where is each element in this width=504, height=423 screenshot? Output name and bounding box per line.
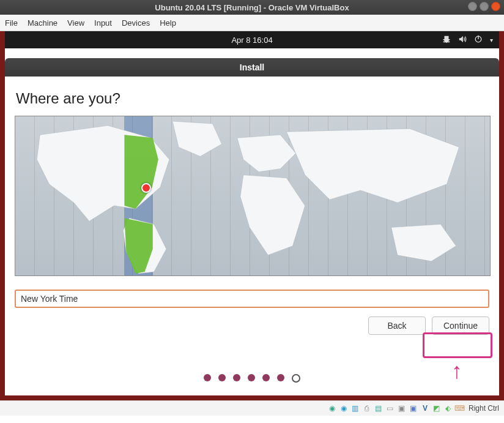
disc-icon[interactable]: ◉	[339, 403, 349, 413]
vbox-menubar: File Machine View Input Devices Help	[0, 15, 504, 31]
hdd-icon[interactable]: ◉	[327, 403, 337, 413]
mouse-icon[interactable]: ⬖	[443, 403, 453, 413]
vm-display: Apr 8 16:04 ▾ Install Where are you?	[0, 31, 504, 400]
svg-rect-0	[443, 41, 450, 42]
progress-dot	[233, 374, 240, 381]
gnome-topbar: Apr 8 16:04 ▾	[5, 31, 499, 48]
annotation-highlight-box	[423, 332, 492, 358]
usb-icon[interactable]: ⎙	[362, 403, 372, 413]
back-button[interactable]: Back	[368, 316, 426, 335]
location-pin-icon	[141, 183, 151, 193]
progress-dot	[277, 374, 284, 381]
menu-file[interactable]: File	[5, 18, 18, 28]
installer-title: Install	[240, 62, 264, 72]
progress-dot	[204, 374, 211, 381]
menu-machine[interactable]: Machine	[28, 18, 57, 28]
network-status-icon[interactable]: ▥	[350, 403, 360, 413]
button-row: Back Continue	[15, 316, 489, 335]
continue-button[interactable]: Continue	[432, 316, 489, 335]
shared-folder-icon[interactable]: ▤	[374, 403, 384, 413]
volume-icon[interactable]	[458, 35, 467, 45]
menu-help[interactable]: Help	[160, 18, 176, 28]
svg-rect-2	[478, 35, 478, 39]
host-key-label: Right Ctrl	[469, 404, 499, 413]
gnome-status-area[interactable]: ▾	[442, 31, 493, 48]
display-icon[interactable]: ▭	[385, 403, 395, 413]
vbox-icon[interactable]: V	[420, 403, 430, 413]
menu-devices[interactable]: Devices	[122, 18, 150, 28]
progress-dots	[15, 374, 489, 383]
vbox-statusbar: ◉ ◉ ▥ ⎙ ▤ ▭ ▣ ▣ V ◩ ⬖ ⌨ Right Ctrl	[0, 400, 504, 416]
timezone-input[interactable]	[15, 290, 489, 308]
window-title: Ubuntu 20.04 LTS [Running] - Oracle VM V…	[155, 3, 349, 12]
menu-view[interactable]: View	[67, 18, 84, 28]
statusbar-icons: ◉ ◉ ▥ ⎙ ▤ ▭ ▣ ▣ V ◩ ⬖ ⌨	[327, 403, 465, 413]
timezone-map[interactable]	[15, 116, 491, 276]
installer-body: Where are you?	[5, 77, 499, 389]
clock-label: Apr 8 16:04	[231, 36, 272, 45]
power-icon[interactable]	[474, 35, 483, 45]
page-heading: Where are you?	[16, 90, 489, 107]
recording-icon[interactable]: ▣	[397, 403, 407, 413]
vbox-titlebar: Ubuntu 20.04 LTS [Running] - Oracle VM V…	[0, 0, 504, 15]
timezone-input-wrap	[15, 290, 489, 308]
progress-dot-upcoming	[292, 374, 300, 383]
maximize-icon[interactable]	[480, 2, 489, 11]
hostkey-icon[interactable]: ⌨	[455, 403, 465, 413]
minimize-icon[interactable]	[468, 2, 477, 11]
progress-dot	[262, 374, 270, 381]
menu-input[interactable]: Input	[94, 18, 112, 28]
progress-dot	[248, 374, 255, 381]
close-icon[interactable]	[491, 2, 500, 11]
progress-dot	[218, 374, 226, 381]
chevron-down-icon[interactable]: ▾	[490, 37, 493, 43]
video-icon[interactable]: ▣	[409, 403, 418, 413]
installer-titlebar: Install	[5, 58, 499, 77]
network-icon[interactable]	[442, 35, 451, 45]
cam-icon[interactable]: ◩	[432, 403, 442, 413]
window-controls	[468, 2, 500, 11]
